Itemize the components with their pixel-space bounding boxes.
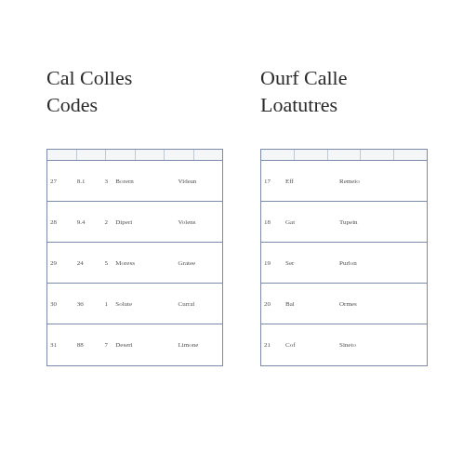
cell: 9.4 — [75, 218, 103, 226]
right-column: Ourf Calle Loatutres 17 Eff Remeio 18 Ga… — [260, 65, 428, 366]
cell: 30 — [47, 300, 75, 308]
cell: Diperi — [113, 218, 159, 226]
cell: Limone — [177, 341, 222, 349]
cell: Deseri — [113, 341, 159, 349]
cell: 3 — [102, 178, 113, 185]
table-row: 31 88 7 Deseri Limone — [47, 324, 222, 365]
cell: Curral — [177, 300, 222, 308]
right-table-body: 17 Eff Remeio 18 Gat Tupein — [261, 161, 427, 365]
right-table-header — [261, 150, 427, 161]
right-table: 17 Eff Remeio 18 Gat Tupein — [260, 149, 428, 366]
cell: Tupein — [337, 218, 398, 226]
table-row: 20 Bal Ormes — [261, 284, 427, 324]
cell: 28 — [47, 218, 75, 226]
right-titles: Ourf Calle Loatutres — [260, 65, 428, 130]
cell: 20 — [261, 300, 284, 308]
cell: 21 — [261, 341, 284, 349]
cell: 1 — [102, 300, 113, 308]
left-column: Cal Colles Codes 27 8.1 3 Borern Videan … — [46, 65, 223, 366]
cell: Solute — [113, 300, 159, 308]
left-table: 27 8.1 3 Borern Videan 28 9.4 2 Diperi V… — [46, 149, 223, 366]
cell: Ormes — [337, 300, 398, 308]
cell: 2 — [102, 218, 113, 226]
cell: Gat — [284, 218, 321, 226]
table-row: 30 36 1 Solute Curral — [47, 284, 222, 324]
cell: Ser — [284, 259, 321, 267]
left-table-body: 27 8.1 3 Borern Videan 28 9.4 2 Diperi V… — [47, 161, 222, 365]
cell: Cof — [284, 341, 321, 349]
table-row: 17 Eff Remeio — [261, 161, 427, 202]
cell: 19 — [261, 259, 284, 267]
left-title-1: Cal Colles — [46, 65, 223, 92]
table-row: 18 Gat Tupein — [261, 202, 427, 243]
cell: Borern — [113, 178, 159, 185]
cell: Sineto — [337, 341, 398, 349]
cell: 24 — [75, 259, 103, 267]
left-table-header — [47, 150, 222, 161]
table-row: 19 Ser Purlon — [261, 243, 427, 284]
right-title-2: Loatutres — [260, 92, 428, 119]
left-title-2: Codes — [46, 92, 223, 119]
cell: Volens — [177, 218, 222, 226]
cell: 29 — [47, 259, 75, 267]
table-row: 27 8.1 3 Borern Videan — [47, 161, 222, 202]
cell: 8.1 — [75, 178, 103, 185]
cell: 17 — [261, 178, 284, 185]
cell: Videan — [177, 178, 222, 185]
cell: Eff — [284, 178, 321, 185]
cell: Bal — [284, 300, 321, 308]
cell: Moress — [113, 259, 159, 267]
left-titles: Cal Colles Codes — [46, 65, 223, 130]
right-title-1: Ourf Calle — [260, 65, 428, 92]
cell: 7 — [102, 341, 113, 349]
comparison-panel: Cal Colles Codes 27 8.1 3 Borern Videan … — [0, 0, 476, 394]
table-row: 29 24 5 Moress Gratee — [47, 243, 222, 284]
cell: 36 — [75, 300, 103, 308]
cell: 88 — [75, 341, 103, 349]
table-row: 21 Cof Sineto — [261, 324, 427, 365]
cell: 27 — [47, 178, 75, 185]
cell: Gratee — [177, 259, 222, 267]
cell: Purlon — [337, 259, 398, 267]
cell: 31 — [47, 341, 75, 349]
cell: 5 — [102, 259, 113, 267]
cell: 18 — [261, 218, 284, 226]
table-row: 28 9.4 2 Diperi Volens — [47, 202, 222, 243]
cell: Remeio — [337, 178, 398, 185]
